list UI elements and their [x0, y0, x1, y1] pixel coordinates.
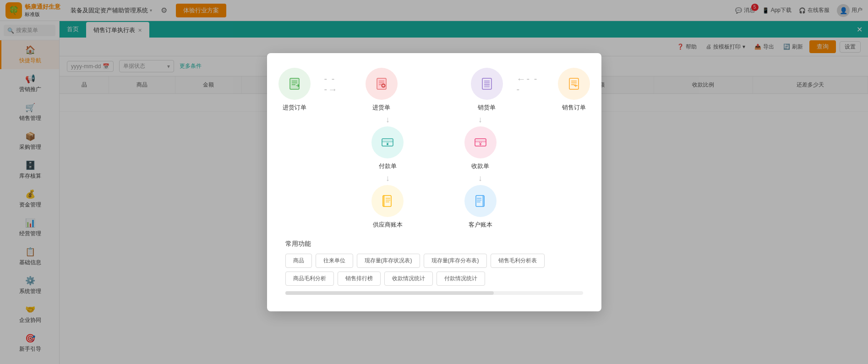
svg-rect-0 [290, 78, 299, 89]
supplier-ledger-icon [371, 185, 404, 217]
receipt-icon: ¥ [464, 126, 497, 158]
scroll-track [285, 291, 583, 295]
modal-overlay[interactable]: 进货订单 - - -→ [0, 0, 868, 364]
svg-rect-10 [482, 78, 491, 89]
supplier-ledger-label: 供应商账本 [373, 221, 403, 229]
flow-modal: 进货订单 - - -→ [267, 53, 601, 311]
arrow-purchase-bill-down: ↓ [386, 114, 390, 126]
common-functions-section: 常用功能 商品往来单位现存量(库存状况表)现存量(库存分布表)销售毛利分析表商品… [285, 240, 583, 286]
modal-inner: 进货订单 - - -→ [267, 53, 601, 311]
flow-node-purchase-bill[interactable]: 进货单 [352, 68, 411, 112]
function-button-1[interactable]: 往来单位 [316, 254, 353, 268]
receipt-label: 收款单 [471, 162, 489, 170]
function-button-7[interactable]: 收款情况统计 [384, 272, 433, 286]
common-functions-title: 常用功能 [285, 240, 583, 248]
sales-order-label: 销售订单 [562, 103, 586, 112]
purchase-bill-icon [366, 68, 398, 100]
svg-rect-32 [482, 196, 484, 206]
modal-scroll[interactable] [285, 289, 583, 300]
arrow-receipt-down: ↓ [478, 172, 482, 185]
purchase-order-icon [278, 68, 311, 100]
function-buttons: 商品往来单位现存量(库存状况表)现存量(库存分布表)销售毛利分析表商品毛利分析销… [285, 254, 583, 286]
svg-rect-14 [484, 86, 490, 87]
purchase-bill-label: 进货单 [372, 103, 390, 112]
function-button-2[interactable]: 现存量(库存状况表) [357, 254, 420, 268]
function-button-3[interactable]: 现存量(库存分布表) [424, 254, 487, 268]
svg-rect-4 [377, 78, 386, 89]
arrow-sales-bill-down: ↓ [478, 114, 482, 126]
function-button-4[interactable]: 销售毛利分析表 [491, 254, 545, 268]
flow-diagram: 进货订单 - - -→ [285, 68, 583, 229]
svg-text:¥: ¥ [386, 141, 389, 146]
flow-node-sales-order[interactable]: 销售订单 [544, 68, 601, 112]
function-button-8[interactable]: 付款情况统计 [437, 272, 485, 286]
scroll-thumb [285, 291, 494, 295]
flow-node-customer-ledger[interactable]: 客户账本 [454, 185, 506, 229]
function-button-6[interactable]: 销售排行榜 [338, 272, 381, 286]
customer-ledger-icon [464, 185, 497, 217]
svg-text:¥: ¥ [479, 141, 482, 147]
purchase-order-label: 进货订单 [283, 103, 306, 112]
svg-rect-15 [569, 78, 579, 89]
svg-rect-27 [383, 196, 385, 206]
arrow-sales-order-to-bill: ←- - - [517, 74, 544, 106]
sales-order-icon [558, 68, 590, 100]
flow-node-sales-bill[interactable]: 销货单 [457, 68, 517, 112]
arrow-purchase-to-bill: - - -→ [324, 74, 352, 106]
payment-label: 付款单 [379, 162, 397, 170]
function-button-5[interactable]: 商品毛利分析 [285, 272, 334, 286]
sales-bill-icon [471, 68, 503, 100]
sales-bill-label: 销货单 [478, 103, 496, 112]
function-button-0[interactable]: 商品 [285, 254, 312, 268]
customer-ledger-label: 客户账本 [469, 221, 492, 229]
arrow-payment-down: ↓ [386, 172, 390, 185]
flow-node-supplier-ledger[interactable]: 供应商账本 [361, 185, 414, 229]
payment-icon: ¥ [371, 126, 404, 158]
flow-node-receipt[interactable]: ¥ 收款单 [454, 126, 506, 170]
app-container: 🍀 畅康通好生意 标准版 装备及固定资产辅助管理系统 ▾ ⚙ 体验行业方案 💬 … [0, 0, 868, 364]
flow-node-payment[interactable]: ¥ 付款单 [361, 126, 414, 170]
flow-node-purchase-order[interactable]: 进货订单 [267, 68, 324, 112]
